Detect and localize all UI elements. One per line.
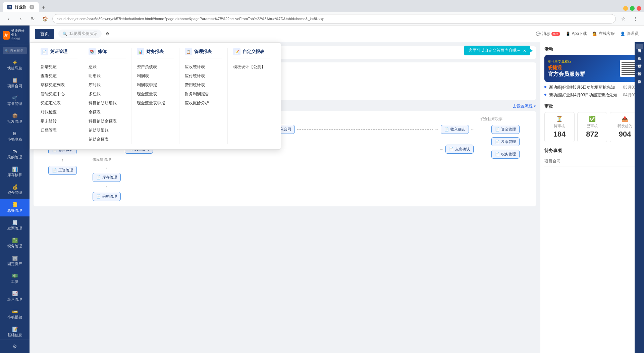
right-nav-community[interactable]: 服务社区 [636,67,643,72]
sidebar-item-project[interactable]: 📋 项目合同 [0,74,30,92]
voucher-item-3[interactable]: 草稿凭证列表 [41,81,77,90]
setup-flow-link[interactable]: 去设置流程 > [513,104,536,108]
flow-box-invoice-mgmt[interactable]: 📄 发票管理 [491,137,520,146]
reload-button[interactable]: ↻ [28,14,38,23]
back-button[interactable]: ‹ [4,14,13,23]
right-side-nav: 首页设置 帮助中心 客服热线 服务社区 桌面快捷 [635,42,644,353]
activity-banner[interactable]: 享社群专属权益 畅捷通 官方会员服务群 [544,55,640,82]
sidebar-item-finance[interactable]: 💰 资金管理 [0,181,30,199]
invoice-flow-icon: 📄 [495,140,500,144]
sidebar-item-quick-nav[interactable]: ⚡ 快捷导航 [0,56,30,74]
voucher-item-6[interactable]: 对账检查 [41,108,77,117]
active-tab[interactable]: 财 好业财 × [3,2,39,12]
sidebar-item-expense[interactable]: 💳 小畅报销 [0,305,30,323]
maximize-button[interactable] [630,6,635,11]
mgmt-report-item-1[interactable]: 应收统计表 [185,62,222,71]
sidebar-item-assets[interactable]: 🏢 固定资产 [0,252,30,270]
ledger-item-4[interactable]: 多栏账 [89,90,125,99]
ledger-item-6[interactable]: 余额表 [89,108,125,117]
sidebar-item-inventory[interactable]: 📊 库存核算 [0,163,30,181]
voucher-item-1[interactable]: 新增凭证 [41,62,77,71]
flow-box-expense-confirm[interactable]: 📄 支出确认 [445,145,474,154]
mgmt-report-item-2[interactable]: 应付统计表 [185,71,222,81]
sidebar-search[interactable]: 🔍 搜索菜单 [0,45,30,56]
ledger-item-5[interactable]: 科目辅助明细账 [89,99,125,108]
approval-card-approved[interactable]: ✅ 已审核 872 [577,112,607,142]
ledger-item-9[interactable]: 辅助余额表 [89,135,125,144]
wholesale-icon: 📦 [1,113,28,118]
sidebar-item-basic-info[interactable]: 📝 基础信息 [0,323,30,340]
sidebar-item-wholesale[interactable]: 📦 批发管理 [0,110,30,128]
voucher-item-7[interactable]: 期末结转 [41,117,77,126]
mgmt-report-item-5[interactable]: 应收账龄分析 [185,99,222,108]
approval-card-pending[interactable]: ⏳ 待审核 184 [544,112,575,142]
todo-item-project[interactable]: 项目合同 [544,156,640,166]
right-nav-service[interactable]: 客服热线 [636,59,643,64]
flow-arrow-down-4: ↑ [106,185,108,189]
bookmark-icon[interactable]: ☆ [619,14,628,23]
flow-box-fund-mgmt[interactable]: 📄 资金管理 [491,125,520,134]
sidebar-item-ecommerce[interactable]: 🖥 小畅电商 [0,128,30,145]
invoice-label: 发票管理 [1,226,28,231]
home-button[interactable]: 🏠 [40,14,50,23]
news-text-1: 新功能|好业财3月6日功能更新抢先知 [549,85,620,90]
finance-report-item-1[interactable]: 资产负债表 [137,62,174,71]
minimize-button[interactable] [623,6,628,11]
finance-report-item-2[interactable]: 利润表 [137,71,174,81]
flow-box-purchase[interactable]: 📄 采购管理 [93,192,121,201]
sidebar-item-purchase[interactable]: 🛍 采购管理 [0,145,30,163]
sidebar-item-invoice[interactable]: 🧾 发票管理 [0,216,30,234]
sidebar-item-general-ledger[interactable]: 📒 总账管理 [0,199,30,216]
voucher-item-8[interactable]: 归档管理 [41,126,77,135]
user-profile[interactable]: 👤 管理员 [620,31,639,37]
customize-tip: 这里可以自定义首页内容哦～ × [464,46,530,55]
ledger-item-2[interactable]: 明细账 [89,71,125,81]
messages-btn[interactable]: 💬 消息 99+ [536,31,560,37]
sidebar-item-payroll[interactable]: 💵 工资 [0,270,30,288]
voucher-item-4[interactable]: 智能凭证中心 [41,90,77,99]
banner-qr [620,60,637,77]
right-nav-shortcut[interactable]: 桌面快捷 [636,74,643,80]
right-nav-home-settings[interactable]: 首页设置 [636,44,643,49]
mgmt-report-item-3[interactable]: 费用统计表 [185,81,222,90]
flow-box-payroll[interactable]: 📄 工资管理 [48,166,77,175]
right-nav-help[interactable]: 帮助中心 [636,51,643,57]
custom-report-item-1[interactable]: 模板设计【公测】 [233,62,270,71]
sidebar-settings[interactable]: ⚙ [0,340,30,353]
ledger-item-7[interactable]: 科目辅助余额表 [89,117,125,126]
address-bar[interactable]: cloud.chanjet.com/cc/u6d89qwnryel/57bfsk… [52,14,616,23]
tab-close-icon[interactable]: × [30,5,34,9]
purchase-icon: 🛍 [1,149,28,154]
online-service-btn[interactable]: 💁 在线客服 [592,31,615,37]
flow-box-income-confirm[interactable]: 📄 收入确认 [441,125,469,134]
dropdown-overlay[interactable]: 📄 凭证管理 新增凭证 查看凭证 草稿凭证列表 智能凭证中心 凭证汇总表 对账检… [30,42,281,150]
col-ledger-header: 📚 账簿 [89,48,125,58]
sidebar-item-tax[interactable]: 💹 税务管理 [0,234,30,252]
news-item-2[interactable]: 新功能|好业财4月03日功能更新抢先知 04月03日 [544,92,640,98]
demo-search[interactable]: 🔍 我要看实例演示 [58,30,102,38]
ledger-item-3[interactable]: 序时账 [89,81,125,90]
ledger-item-1[interactable]: 总账 [89,62,125,71]
sidebar-item-retail[interactable]: 🛒 零售管理 [0,92,30,110]
initiated-icon: 📤 [613,116,636,122]
home-tab[interactable]: 首页 [35,29,54,39]
app-download-btn[interactable]: 📱 App下载 [566,31,587,37]
flow-box-tax-mgmt[interactable]: 📄 税务管理 [491,150,520,159]
forward-button[interactable]: › [16,14,25,23]
mgmt-report-item-4[interactable]: 财务利润报告 [185,90,222,99]
finance-report-item-5[interactable]: 现金流量表季报 [137,99,174,108]
voucher-item-5[interactable]: 凭证汇总表 [41,99,77,108]
new-tab-button[interactable]: + [39,3,48,12]
news-item-1[interactable]: 新功能|好业财3月6日功能更新抢先知 03月06日 [544,85,640,90]
ledger-item-8[interactable]: 辅助明细账 [89,126,125,135]
ecommerce-icon: 🖥 [1,131,28,136]
close-button[interactable] [637,6,641,11]
settings-btn[interactable]: ⚙ [106,32,109,36]
sidebar-item-operations[interactable]: 📈 经营管理 [0,288,30,305]
flow-box-inventory[interactable]: 📄 库存管理 [93,173,121,182]
finance-report-item-4[interactable]: 现金流量表 [137,90,174,99]
finance-report-item-3[interactable]: 利润表季报 [137,81,174,90]
menu-icon[interactable]: ⋮ [631,14,640,23]
customize-tip-close[interactable]: × [523,48,526,53]
voucher-item-2[interactable]: 查看凭证 [41,71,77,81]
